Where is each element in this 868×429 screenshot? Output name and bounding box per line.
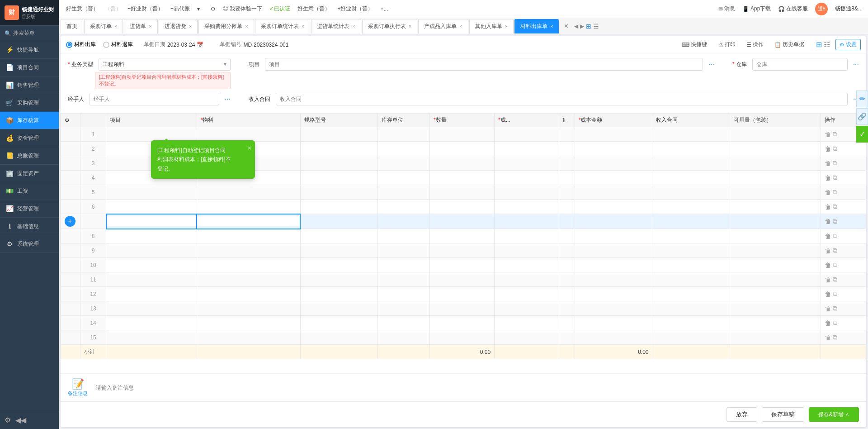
th-available[interactable]: 可用量（包装） xyxy=(730,114,821,127)
grid-view-icon[interactable]: ⊞ xyxy=(586,23,591,30)
topbar-more[interactable]: +... xyxy=(378,6,390,12)
cell-available-2[interactable] xyxy=(730,142,821,156)
close-all-tabs[interactable]: × xyxy=(560,20,572,33)
project-more-btn[interactable]: ··· xyxy=(708,60,714,68)
warehouse-input[interactable] xyxy=(752,58,848,71)
tab-inbound-return[interactable]: 进退货货 × xyxy=(159,19,198,33)
topbar-trial[interactable]: ◎ 我要体验一下 xyxy=(221,5,264,13)
delete-row-14[interactable]: 🗑 xyxy=(825,319,831,327)
topbar-item-3[interactable]: +易代账 xyxy=(169,5,192,13)
sidebar-item-system[interactable]: ⚙ 系统管理 xyxy=(0,235,59,253)
active-cell-project[interactable] xyxy=(107,216,196,226)
radio-material-outbound[interactable]: 材料出库 xyxy=(66,41,96,48)
copy-row-12[interactable]: ⧉ xyxy=(833,290,837,298)
handler-input[interactable] xyxy=(90,93,219,105)
shortcut-btn[interactable]: ⌨ 快捷键 xyxy=(679,39,710,50)
cell-available-3[interactable] xyxy=(730,156,821,171)
topbar-item-good2[interactable]: +好业财（普） xyxy=(335,5,375,13)
delete-row-8[interactable]: 🗑 xyxy=(825,233,831,240)
delete-row-4[interactable]: 🗑 xyxy=(825,174,831,181)
copy-row-2[interactable]: ⧉ xyxy=(833,145,837,153)
active-cell-material[interactable] xyxy=(197,216,300,226)
th-income-contract[interactable]: 收入合同 xyxy=(652,114,730,127)
tab-other-inbound-close[interactable]: × xyxy=(505,24,508,29)
delete-row-12[interactable]: 🗑 xyxy=(825,291,831,298)
delete-row-3[interactable]: 🗑 xyxy=(825,160,831,167)
nav-prev[interactable]: ◀ xyxy=(574,23,578,29)
tab-other-inbound[interactable]: 其他入库单 × xyxy=(469,19,514,33)
tab-purchase-stats[interactable]: 采购订单统计表 × xyxy=(255,19,310,33)
th-project[interactable]: 项目 xyxy=(106,114,197,127)
business-type-input[interactable]: 工程领料 ▾ xyxy=(99,58,231,71)
sidebar-item-inventory[interactable]: 📦 库存核算 xyxy=(0,112,59,129)
topbar-arrow[interactable]: ▾ xyxy=(195,6,202,12)
tab-inbound-stats-close[interactable]: × xyxy=(352,24,355,29)
th-unit[interactable]: 库存单位 xyxy=(378,114,430,127)
th-spec[interactable]: 规格型号 xyxy=(300,114,378,127)
tab-inbound-return-close[interactable]: × xyxy=(189,24,192,29)
delete-row-7[interactable]: 🗑 xyxy=(825,218,831,225)
topbar-item-2[interactable]: +好业财（普） xyxy=(126,5,165,13)
cell-income-1[interactable] xyxy=(652,127,730,142)
right-panel-edit[interactable]: ✏ xyxy=(856,91,868,107)
copy-row-6[interactable]: ⧉ xyxy=(833,203,837,210)
cell-cost-1[interactable] xyxy=(495,127,559,142)
copy-row-14[interactable]: ⧉ xyxy=(833,319,837,327)
sidebar-item-ledger[interactable]: 📒 总账管理 xyxy=(0,147,59,165)
tab-purchase-stats-close[interactable]: × xyxy=(302,24,304,29)
delete-row-2[interactable]: 🗑 xyxy=(825,145,831,153)
sidebar-item-operations[interactable]: 📈 经营管理 xyxy=(0,200,59,218)
delete-row-5[interactable]: 🗑 xyxy=(825,189,831,196)
cell-project-1[interactable] xyxy=(106,127,197,142)
sidebar-item-project[interactable]: 📄 项目合同 xyxy=(0,59,59,76)
save-draft-btn[interactable]: 保存草稿 xyxy=(762,407,804,422)
user-avatar[interactable]: 通8 xyxy=(815,3,828,15)
delete-row-13[interactable]: 🗑 xyxy=(825,305,831,312)
copy-row-10[interactable]: ⧉ xyxy=(833,261,837,269)
income-contract-input[interactable] xyxy=(276,93,848,105)
tab-inbound[interactable]: 进货单 × xyxy=(124,19,157,33)
delete-row-10[interactable]: 🗑 xyxy=(825,262,831,269)
cell-qty-3[interactable] xyxy=(430,156,495,171)
cell-available-1[interactable] xyxy=(730,127,821,142)
copy-row-15[interactable]: ⧉ xyxy=(833,334,837,341)
radio-material-return[interactable]: 材料退库 xyxy=(103,41,133,48)
date-value[interactable]: 2023-03-24 xyxy=(167,42,195,48)
sidebar-item-sales[interactable]: 📊 销售管理 xyxy=(0,76,59,94)
cell-spec-2[interactable] xyxy=(300,142,378,156)
tab-finished-goods[interactable]: 产成品入库单 × xyxy=(418,19,468,33)
copy-row-5[interactable]: ⧉ xyxy=(833,188,837,196)
topbar-item-1[interactable]: 好生意（普） xyxy=(64,5,100,13)
cell-cost-3[interactable] xyxy=(495,156,559,171)
sidebar-item-purchase[interactable]: 🛒 采购管理 xyxy=(0,94,59,112)
copy-row-3[interactable]: ⧉ xyxy=(833,159,837,167)
th-cost-amount[interactable]: *成本金额 xyxy=(575,114,652,127)
calendar-icon[interactable]: 📅 xyxy=(197,42,203,48)
warehouse-more-btn[interactable]: ··· xyxy=(853,60,859,68)
tab-purchase-exec-close[interactable]: × xyxy=(409,24,411,29)
th-qty[interactable]: *数量 xyxy=(430,114,495,127)
tab-purchase-expense[interactable]: 采购费用分摊单 × xyxy=(198,19,254,33)
cell-cost-amount-3[interactable] xyxy=(575,156,652,171)
cell-qty-1[interactable] xyxy=(430,127,495,142)
cell-unit-2[interactable] xyxy=(378,142,430,156)
topbar-message[interactable]: ✉ 消息 xyxy=(718,5,735,13)
copy-row-13[interactable]: ⧉ xyxy=(833,305,837,312)
settings-btn[interactable]: ⚙ 设置 xyxy=(835,39,861,50)
sidebar-item-basic-info[interactable]: ℹ 基础信息 xyxy=(0,218,59,235)
discard-btn[interactable]: 放弃 xyxy=(726,407,757,422)
topbar-item-good[interactable]: 好生意（普） xyxy=(296,5,332,13)
cell-income-3[interactable] xyxy=(652,156,730,171)
print-btn[interactable]: 🖨 打印 xyxy=(715,39,738,50)
cell-cost-amount-2[interactable] xyxy=(575,142,652,156)
copy-row-7[interactable]: ⧉ xyxy=(833,218,837,225)
copy-row-11[interactable]: ⧉ xyxy=(833,276,837,283)
handler-more-btn[interactable]: ··· xyxy=(225,95,231,103)
collapse-icon[interactable]: ◀◀ xyxy=(15,416,26,424)
settings-icon[interactable]: ⚙ xyxy=(5,416,11,424)
history-btn[interactable]: 📋 历史单据 xyxy=(772,39,807,50)
th-cost[interactable]: *成... xyxy=(495,114,559,127)
tooltip-close-btn[interactable]: × xyxy=(248,143,251,154)
tab-material-outbound-close[interactable]: × xyxy=(550,24,553,29)
operation-btn[interactable]: ☰ 操作 xyxy=(744,39,766,50)
